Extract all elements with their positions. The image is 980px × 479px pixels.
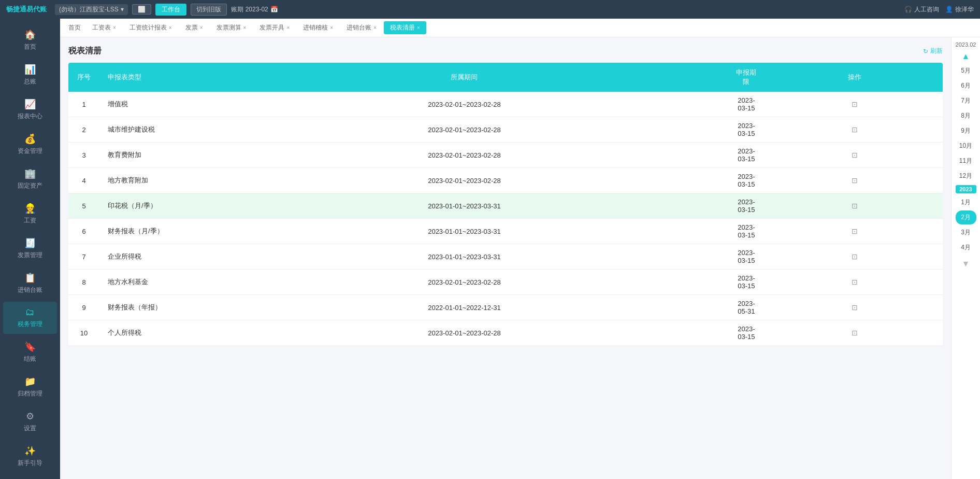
month-item-3[interactable]: 3月 <box>956 226 976 240</box>
tab-payroll-stats[interactable]: 工资统计报表 × <box>123 21 178 34</box>
sidebar-item-salary[interactable]: 👷 工资 <box>3 198 57 230</box>
tab-close-payroll[interactable]: × <box>113 25 116 31</box>
action-icon[interactable]: ⊡ <box>852 125 858 134</box>
sidebar-item-guide[interactable]: ✨ 新手引导 <box>3 440 57 473</box>
refresh-button[interactable]: ↻ 刷新 <box>923 47 943 55</box>
action-icon[interactable]: ⊡ <box>852 252 858 261</box>
tab-tax-list[interactable]: 税表清册 × <box>384 21 426 34</box>
workspace-button[interactable]: 工作台 <box>155 4 186 16</box>
cell-type: 教育费附加 <box>99 143 203 168</box>
sidebar-item-purchase[interactable]: 📋 进销台账 <box>3 267 57 300</box>
tab-close-tax-list[interactable]: × <box>417 25 420 31</box>
copy-icon-btn[interactable]: ⬜ <box>132 4 151 15</box>
tab-invoice-open[interactable]: 发票开具 × <box>253 21 296 34</box>
sidebar-item-assets[interactable]: 🏢 固定资产 <box>3 163 57 195</box>
cell-action: ⊡ <box>767 143 943 168</box>
tab-home[interactable]: 首页 <box>64 21 85 34</box>
month-item-2[interactable]: 2月 <box>956 210 976 224</box>
cell-period: 2023-02-01~2023-02-28 <box>203 320 726 346</box>
cell-no: 5 <box>68 193 99 219</box>
tab-label-invoice: 发票 <box>185 23 198 32</box>
assets-icon: 🏢 <box>24 168 36 179</box>
month-item-5[interactable]: 5月 <box>956 64 976 78</box>
table-row: 6 财务报表（月/季） 2023-01-01~2023-03-31 2023-0… <box>68 219 943 244</box>
month-item-8[interactable]: 8月 <box>956 109 976 123</box>
nav-down-button[interactable]: ▼ <box>960 257 972 271</box>
switch-old-button[interactable]: 切到旧版 <box>191 4 227 16</box>
tab-close-purchase-ledger[interactable]: × <box>373 25 377 31</box>
refresh-label: 刷新 <box>930 47 943 55</box>
cell-period: 2023-02-01~2023-02-28 <box>203 270 726 295</box>
month-item-11[interactable]: 11月 <box>956 154 976 168</box>
user-service-btn[interactable]: 🎧 人工咨询 <box>904 5 939 14</box>
month-item-1[interactable]: 1月 <box>956 195 976 209</box>
tab-purchase-ledger[interactable]: 进销台账 × <box>340 21 383 34</box>
col-type: 申报表类型 <box>99 63 203 92</box>
sidebar-item-archive[interactable]: 📁 归档管理 <box>3 371 57 403</box>
sidebar-item-home[interactable]: 🏠 首页 <box>3 24 57 57</box>
month-item-12[interactable]: 12月 <box>956 169 976 183</box>
action-icon[interactable]: ⊡ <box>852 100 858 108</box>
sidebar-label-report: 报表中心 <box>18 112 42 121</box>
tax-icon: 🗂 <box>25 307 35 318</box>
user-service-label: 人工咨询 <box>914 5 939 14</box>
cell-action: ⊡ <box>767 193 943 219</box>
tab-label-purchase-ledger: 进销台账 <box>347 23 371 32</box>
sidebar-item-settings[interactable]: ⚙ 设置 <box>3 405 57 438</box>
action-icon[interactable]: ⊡ <box>852 278 858 286</box>
year-badge-2023: 2023 <box>956 185 976 193</box>
cell-period: 2023-01-01~2023-03-31 <box>203 219 726 244</box>
cell-type: 企业所得税 <box>99 244 203 270</box>
month-item-7[interactable]: 7月 <box>956 94 976 108</box>
tab-invoice-calc[interactable]: 发票测算 × <box>210 21 253 34</box>
cell-action: ⊡ <box>767 244 943 270</box>
sidebar-item-invoice[interactable]: 🧾 发票管理 <box>3 232 57 265</box>
tab-close-invoice[interactable]: × <box>200 25 203 31</box>
tab-invoice[interactable]: 发票 × <box>179 21 209 34</box>
cell-action: ⊡ <box>767 117 943 143</box>
sidebar-label-home: 首页 <box>24 43 36 51</box>
tab-label-payroll: 工资表 <box>92 23 111 32</box>
tab-payroll[interactable]: 工资表 × <box>86 21 122 34</box>
sidebar-item-member[interactable]: 👑 畅会员 <box>3 475 57 479</box>
tab-close-invoice-calc[interactable]: × <box>243 25 247 31</box>
cell-no: 6 <box>68 219 99 244</box>
month-item-4[interactable]: 4月 <box>956 241 976 255</box>
nav-up-button[interactable]: ▲ <box>960 50 972 63</box>
month-item-6[interactable]: 6月 <box>956 79 976 93</box>
tab-purchase-check[interactable]: 进销稽核 × <box>297 21 339 34</box>
action-icon[interactable]: ⊡ <box>852 329 858 337</box>
tab-close-invoice-open[interactable]: × <box>286 25 290 31</box>
action-icon[interactable]: ⊡ <box>852 303 858 312</box>
action-icon[interactable]: ⊡ <box>852 227 858 235</box>
sidebar-label-salary: 工资 <box>24 216 36 225</box>
tab-close-purchase-check[interactable]: × <box>330 25 333 31</box>
user-avatar-btn[interactable]: 👤 徐泽华 <box>945 5 974 14</box>
company-selector[interactable]: (勿动）江西股宝-LSS ▾ <box>55 4 128 15</box>
fund-icon: 💰 <box>24 133 36 145</box>
calendar-icon: 📅 <box>270 6 278 13</box>
col-deadline: 申报期限 <box>726 63 767 92</box>
action-icon[interactable]: ⊡ <box>852 176 858 185</box>
table-row: 8 地方水利基金 2023-02-01~2023-02-28 2023-03-1… <box>68 270 943 295</box>
cell-deadline: 2023-03-15 <box>726 92 767 117</box>
cell-type: 城市维护建设税 <box>99 117 203 143</box>
action-icon[interactable]: ⊡ <box>852 151 858 159</box>
sidebar-item-settlement[interactable]: 🔖 结账 <box>3 336 57 369</box>
sidebar-item-ledger[interactable]: 📊 总账 <box>3 59 57 91</box>
action-icon[interactable]: ⊡ <box>852 202 858 210</box>
page-content: 税表清册 ↻ 刷新 序号 申报表类型 所属期间 申报期限 操作 <box>60 37 980 479</box>
tab-label-payroll-stats: 工资统计报表 <box>129 23 167 32</box>
sidebar-item-fund[interactable]: 💰 资金管理 <box>3 128 57 161</box>
content-area: 首页 工资表 × 工资统计报表 × 发票 × 发票测算 × 发票开具 × <box>60 19 980 479</box>
cell-type: 个人所得税 <box>99 320 203 346</box>
sidebar-item-tax[interactable]: 🗂 税务管理 <box>3 302 57 334</box>
tab-close-payroll-stats[interactable]: × <box>169 25 172 31</box>
sidebar-item-report[interactable]: 📈 报表中心 <box>3 93 57 126</box>
cell-no: 1 <box>68 92 99 117</box>
cell-deadline: 2023-05-31 <box>726 295 767 320</box>
month-item-10[interactable]: 10月 <box>956 139 976 153</box>
month-item-9[interactable]: 9月 <box>956 124 976 138</box>
cell-period: 2023-01-01~2023-03-31 <box>203 193 726 219</box>
year-month-panel: 2023.02 ▲ 5月 6月 7月 8月 9月 10月 11月 12月 202… <box>951 37 980 479</box>
